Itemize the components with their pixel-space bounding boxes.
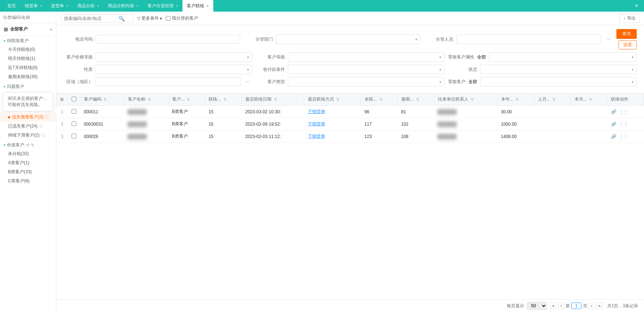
filter-row-2: 客户价格等级 ▾ 客户等级 ▾ 零散客户属性 全部 bbox=[64, 52, 637, 62]
sidebar-item-class-a[interactable]: A类客户(1) bbox=[0, 158, 56, 167]
close-product-list-tab[interactable]: × bbox=[136, 4, 138, 8]
more-conditions-button[interactable]: ▽ 更多条件 ▾ bbox=[137, 15, 162, 21]
filter-price-select[interactable]: ▾ bbox=[96, 52, 252, 62]
filter-staff-select[interactable] bbox=[456, 35, 601, 44]
tab-product-analysis[interactable]: 商品分析 × bbox=[73, 0, 104, 12]
col-checkbox bbox=[68, 93, 80, 106]
select-all-checkbox[interactable] bbox=[72, 97, 76, 101]
row-uncontacted-2: 123 bbox=[361, 130, 398, 143]
tab-customer-contact[interactable]: 客户联络 × bbox=[182, 0, 213, 12]
action-more-2[interactable]: ⋮⋮ bbox=[619, 134, 628, 139]
tab-sales[interactable]: 销货单 × bbox=[20, 0, 47, 12]
filter-nature-select[interactable]: ▾ bbox=[96, 65, 252, 74]
close-tier-tab[interactable]: × bbox=[176, 4, 178, 8]
col-name[interactable]: 客户名称 ⇅ bbox=[124, 93, 168, 106]
col-this-year[interactable]: 本年... ⇅ bbox=[497, 93, 534, 106]
tab-customer-tier[interactable]: 客户分层经营 × bbox=[143, 0, 182, 12]
filter-payment-select[interactable]: ▾ bbox=[288, 65, 444, 74]
sidebar-item-churned[interactable]: 已流失客户(24) ⓘ bbox=[0, 122, 56, 131]
custtype-dropdown-arrow: ▾ bbox=[439, 80, 441, 84]
main-search-button[interactable]: 🔍 bbox=[118, 16, 125, 21]
window-close-button[interactable]: × bbox=[632, 3, 641, 9]
sort-lastmonth-icon: ⇅ bbox=[552, 97, 555, 101]
row-thismonth-1 bbox=[571, 118, 607, 130]
row-type-2: B类客户 bbox=[168, 130, 205, 143]
close-product-tab[interactable]: × bbox=[97, 4, 99, 8]
filter-dept-select[interactable]: ▾ bbox=[276, 35, 420, 44]
per-page-select[interactable]: 50 100 200 bbox=[527, 302, 547, 310]
sidebar-item-ungroup[interactable]: 未分组(32) bbox=[0, 149, 56, 158]
action-link-0[interactable]: 🔗 bbox=[611, 109, 616, 114]
query-button[interactable]: 查询 bbox=[616, 29, 637, 39]
sidebar-item-class-b[interactable]: B类客户(33) bbox=[0, 167, 56, 177]
close-contact-tab[interactable]: × bbox=[206, 4, 209, 8]
filter-status-select[interactable]: ▾ bbox=[480, 65, 637, 74]
col-uncontacted[interactable]: 未联... ⇅ bbox=[361, 93, 398, 106]
action-link-2[interactable]: 🔗 bbox=[611, 134, 616, 139]
col-contact-count[interactable]: 联络... ⇅ bbox=[205, 93, 242, 106]
next-page-button[interactable]: › bbox=[589, 303, 595, 309]
first-page-button[interactable]: « bbox=[550, 303, 557, 309]
row-checkbox-2[interactable] bbox=[68, 130, 80, 143]
sidebar-item-today[interactable]: 今天待联络(0) bbox=[0, 45, 56, 54]
col-last-method[interactable]: 最后联络方式 ⇅ bbox=[304, 93, 361, 106]
sidebar: 🔍 ⊞ 全部客户 « ▾ 待联络客户 今天待联络(0) 明天待联络(1) 近7天… bbox=[0, 12, 56, 312]
section-value-customers[interactable]: ▾ 价值客户 ↺ ✎ bbox=[0, 140, 56, 149]
sidebar-item-tomorrow[interactable]: 明天待联络(1) bbox=[0, 54, 56, 63]
col-contact-person[interactable]: 往来单位联系人 ⇅ bbox=[434, 93, 498, 106]
filter-region-input[interactable] bbox=[96, 77, 241, 86]
prev-page-button[interactable]: ‹ bbox=[558, 303, 564, 309]
last-page-button[interactable]: » bbox=[596, 303, 603, 309]
sidebar-search-input[interactable] bbox=[3, 15, 56, 20]
tab-home[interactable]: 首页 bbox=[3, 0, 20, 12]
tab-product-list[interactable]: 商品分析列表 × bbox=[104, 0, 143, 12]
region-more-btn[interactable]: ··· bbox=[244, 78, 252, 85]
main-search-input[interactable] bbox=[64, 16, 118, 21]
export-button[interactable]: ↑ 导出 bbox=[619, 14, 640, 23]
row-person-2: ██████ bbox=[434, 130, 498, 143]
tab-purchase[interactable]: 进货单 × bbox=[47, 0, 73, 12]
action-link-1[interactable]: 🔗 bbox=[611, 122, 616, 127]
col-overdue[interactable]: 逾期... ⇅ bbox=[398, 93, 434, 106]
sidebar-item-churn-warning[interactable]: 流失预警客户(3) ⓘ bbox=[0, 113, 56, 122]
sidebar-item-declining[interactable]: 持续下滑客户(2) ⓘ bbox=[0, 131, 56, 140]
col-type[interactable]: 客户... ⇅ bbox=[168, 93, 205, 106]
section-problem-customers[interactable]: ▾ 问题客户 bbox=[0, 81, 56, 91]
action-more-1[interactable]: ⋮⋮ bbox=[619, 122, 628, 127]
close-sales-tab[interactable]: × bbox=[40, 4, 42, 8]
page-number-input[interactable] bbox=[571, 303, 581, 309]
sidebar-item-7days[interactable]: 近7天待联络(0) bbox=[0, 63, 56, 72]
row-method-1[interactable]: 下销货单 bbox=[304, 118, 361, 130]
row-method-2[interactable]: 下销货单 bbox=[304, 130, 361, 143]
row-method-0[interactable]: 下销货单 bbox=[304, 106, 361, 118]
settings-button[interactable]: 设置 bbox=[619, 40, 637, 49]
section-arrow-3: ▾ bbox=[4, 143, 5, 147]
my-customers-checkbox-label[interactable]: 我分管的客户 bbox=[166, 15, 198, 21]
row-checkbox-1[interactable] bbox=[68, 118, 80, 130]
col-last-month[interactable]: 上月... ⇅ bbox=[534, 93, 571, 106]
filter-custtype-select[interactable]: ▾ bbox=[288, 77, 444, 86]
close-purchase-tab[interactable]: × bbox=[66, 4, 68, 8]
sidebar-item-overdue[interactable]: 逾期未联络(30) bbox=[0, 72, 56, 81]
filter-row1-more[interactable]: ··· bbox=[604, 36, 613, 42]
filter-zero-attr-select[interactable]: ▾ bbox=[489, 52, 637, 62]
refresh-value-icon[interactable]: ↺ bbox=[26, 143, 29, 148]
level-dropdown-arrow: ▾ bbox=[439, 55, 441, 59]
my-customers-checkbox[interactable] bbox=[166, 16, 170, 21]
action-more-0[interactable]: ⋮⋮ bbox=[619, 109, 628, 114]
filter-zero-customer-select[interactable]: ▾ bbox=[480, 77, 637, 86]
row-select-1[interactable] bbox=[72, 121, 76, 126]
col-settings[interactable]: ⚙ bbox=[56, 93, 68, 106]
filter-phone-input[interactable] bbox=[96, 35, 240, 44]
row-select-2[interactable] bbox=[72, 134, 76, 138]
col-last-date[interactable]: 最后联络日期 ⇅ bbox=[242, 93, 304, 106]
section-pending-contact[interactable]: ▾ 待联络客户 bbox=[0, 36, 56, 45]
row-select-0[interactable] bbox=[72, 109, 76, 114]
edit-value-icon[interactable]: ✎ bbox=[31, 143, 35, 148]
filter-level-select[interactable]: ▾ bbox=[288, 52, 444, 62]
sidebar-all-customers[interactable]: ⊞ 全部客户 « bbox=[0, 23, 56, 36]
row-checkbox-0[interactable] bbox=[68, 106, 80, 118]
sidebar-item-class-c[interactable]: C类客户(6) bbox=[0, 177, 56, 186]
col-code[interactable]: 客户编码 ⇅ bbox=[80, 93, 124, 106]
col-this-month[interactable]: 本月... ⇅ bbox=[571, 93, 607, 106]
